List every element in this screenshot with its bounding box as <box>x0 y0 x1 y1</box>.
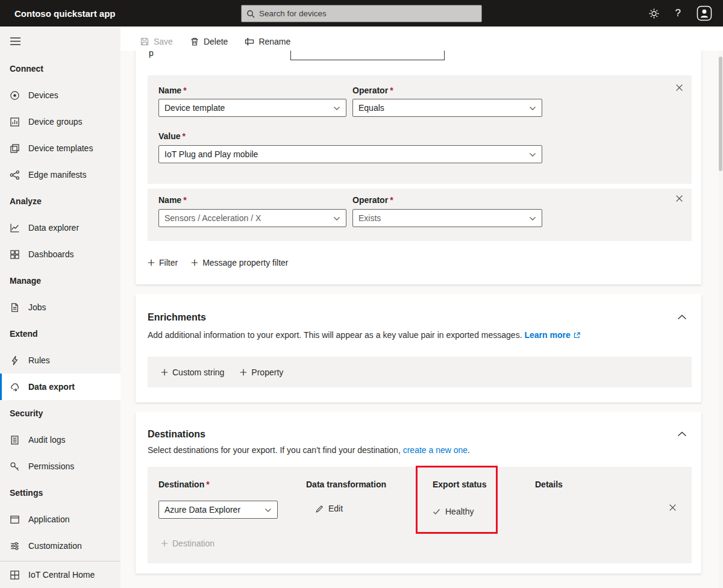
destinations-card: Destinations Select destinations for you… <box>136 412 701 574</box>
chevron-up-icon <box>677 431 687 437</box>
sidebar-item-device-groups[interactable]: Device groups <box>0 108 120 135</box>
scrollbar-thumb[interactable] <box>719 57 722 171</box>
sidebar-item-data-export[interactable]: Data export <box>0 374 120 400</box>
devices-icon <box>10 90 20 101</box>
delete-button[interactable]: Delete <box>190 37 228 46</box>
sidebar-item-label: Edge manifests <box>28 170 87 180</box>
destination-column-text: Destination <box>158 480 204 489</box>
value-label: Value* <box>158 131 186 141</box>
add-custom-string-button[interactable]: Custom string <box>161 367 224 377</box>
chevron-down-icon <box>264 508 272 513</box>
sidebar-item-label: Rules <box>28 355 50 365</box>
trash-icon <box>190 37 199 46</box>
collapse-destinations-button[interactable] <box>676 430 688 438</box>
destination-row: Destination* Data transformation Export … <box>148 467 692 563</box>
sidebar-item-label: Data explorer <box>28 223 79 233</box>
sidebar-item-label: Device templates <box>28 143 93 153</box>
user-avatar[interactable] <box>696 5 712 21</box>
add-message-property-filter-button[interactable]: Message property filter <box>191 258 288 267</box>
sidebar-item-rules[interactable]: Rules <box>0 347 120 374</box>
chevron-down-icon <box>333 216 340 221</box>
sidebar-item-label: Jobs <box>28 302 46 312</box>
sidebar-item-label: Customization <box>28 541 82 551</box>
name-dropdown[interactable]: Sensors / Acceleration / X <box>158 209 346 227</box>
operator-dropdown-value: Exists <box>358 213 381 223</box>
remove-destination-button[interactable] <box>668 502 678 513</box>
sidebar-item-label: Dashboards <box>28 249 74 259</box>
edit-button-label: Edit <box>328 504 343 513</box>
device-search-box[interactable] <box>241 5 482 22</box>
required-marker: * <box>183 195 186 205</box>
sidebar-item-label: Data export <box>28 382 75 392</box>
filter-actions: Filter Message property filter <box>148 258 289 267</box>
topbar: Contoso quickstart app ? <box>0 0 723 27</box>
sidebar-item-dashboards[interactable]: Dashboards <box>0 241 120 267</box>
add-destination-button[interactable]: Destination <box>161 539 214 548</box>
sidebar-item-customization[interactable]: Customization <box>0 533 120 559</box>
sidebar-header-extend: Extend <box>0 321 120 347</box>
operator-label: Operator* <box>352 86 393 95</box>
operator-dropdown[interactable]: Exists <box>352 209 542 227</box>
chevron-down-icon <box>529 216 536 221</box>
chevron-down-icon <box>333 106 340 111</box>
sidebar-item-data-explorer[interactable]: Data explorer <box>0 214 120 241</box>
destinations-title: Destinations <box>148 429 205 440</box>
hamburger-icon <box>10 37 21 46</box>
required-marker: * <box>183 86 186 95</box>
help-icon[interactable]: ? <box>675 7 681 19</box>
name-dropdown[interactable]: Device template <box>158 99 346 117</box>
required-marker: * <box>390 86 393 95</box>
sidebar-header-manage: Manage <box>0 267 120 294</box>
remove-filter-button[interactable] <box>674 83 684 93</box>
sidebar-item-edge-manifests[interactable]: Edge manifests <box>0 161 120 188</box>
app-title: Contoso quickstart app <box>0 8 116 19</box>
export-status-column-label: Export status <box>433 480 486 489</box>
filter-row-2: Name* Sensors / Acceleration / X Operato… <box>148 189 692 241</box>
destinations-description-suffix: . <box>468 445 470 455</box>
value-dropdown-value: IoT Plug and Play mobile <box>164 149 258 159</box>
sidebar-item-device-templates[interactable]: Device templates <box>0 135 120 161</box>
add-custom-string-label: Custom string <box>172 367 224 377</box>
sidebar-item-application[interactable]: Application <box>0 506 120 533</box>
collapse-enrichments-button[interactable] <box>676 313 688 321</box>
save-icon <box>140 37 149 46</box>
remove-filter-button[interactable] <box>674 193 684 204</box>
sidebar-item-audit-logs[interactable]: Audit logs <box>0 427 120 453</box>
filters-card: p Name* Device template Operator* Equals <box>136 51 701 284</box>
edit-transformation-button[interactable]: Edit <box>315 504 343 513</box>
sidebar-item-devices[interactable]: Devices <box>0 82 120 108</box>
name-dropdown-value: Device template <box>164 103 225 113</box>
device-groups-icon <box>10 117 20 127</box>
destinations-description: Select destinations for your export. If … <box>148 445 470 455</box>
export-status-value: Healthy <box>433 507 474 516</box>
name-label: Name* <box>158 86 187 95</box>
learn-more-link[interactable]: Learn more <box>524 330 570 340</box>
sidebar-item-jobs[interactable]: Jobs <box>0 294 120 321</box>
operator-dropdown[interactable]: Equals <box>352 99 542 117</box>
edge-manifests-icon <box>10 170 20 180</box>
required-marker: * <box>183 131 186 141</box>
value-dropdown[interactable]: IoT Plug and Play mobile <box>158 145 542 163</box>
add-property-button[interactable]: Property <box>240 367 283 377</box>
add-property-label: Property <box>251 367 283 377</box>
sidebar-footer: IoT Central Home <box>0 561 120 588</box>
sidebar-header-analyze: Analyze <box>0 188 120 214</box>
rename-button[interactable]: Rename <box>245 37 290 46</box>
enrichments-card: Enrichments Add additional information t… <box>136 294 701 402</box>
required-marker: * <box>390 195 393 205</box>
cropped-dropdown[interactable] <box>290 51 445 60</box>
create-destination-link[interactable]: create a new one <box>403 445 468 455</box>
device-templates-icon <box>10 143 20 154</box>
hamburger-menu-button[interactable] <box>0 27 120 55</box>
save-button[interactable]: Save <box>140 37 173 46</box>
vertical-scrollbar[interactable] <box>718 51 723 588</box>
settings-gear-icon[interactable] <box>648 8 660 19</box>
rename-button-label: Rename <box>258 37 290 46</box>
add-message-property-filter-label: Message property filter <box>202 258 288 267</box>
plus-icon <box>148 259 155 266</box>
search-input[interactable] <box>259 9 477 18</box>
sidebar-item-permissions[interactable]: Permissions <box>0 453 120 480</box>
sidebar-item-iot-central-home[interactable]: IoT Central Home <box>0 561 120 588</box>
add-filter-button[interactable]: Filter <box>148 258 178 267</box>
destination-dropdown[interactable]: Azure Data Explorer <box>158 501 278 519</box>
